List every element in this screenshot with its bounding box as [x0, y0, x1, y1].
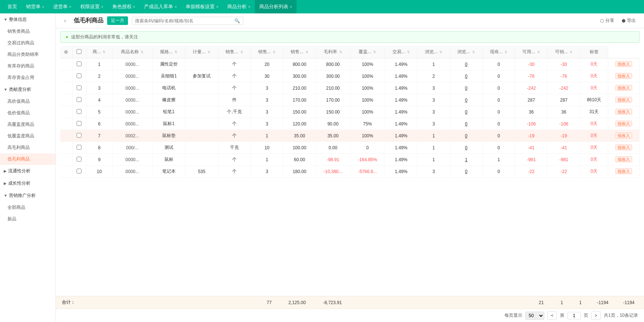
sidebar-group-overall[interactable]: ▼ 整体信息	[0, 13, 55, 26]
sidebar-group-growth[interactable]: ▶ 成长性分析	[0, 177, 55, 189]
column-sellable[interactable]: 可销... ⇅	[548, 46, 580, 58]
column-gross-margin[interactable]: 毛利率 ⇅	[316, 46, 350, 58]
nav-purchase-order[interactable]: 进货单 ×	[49, 0, 76, 13]
column-spec[interactable]: 规格... ⇅	[153, 46, 185, 58]
column-unit[interactable]: 计量... ⇅	[185, 46, 218, 58]
row-checkbox[interactable]	[72, 130, 86, 142]
column-sales-amount[interactable]: 销售... ⇅	[283, 46, 315, 58]
close-icon[interactable]: ×	[133, 5, 135, 9]
row-checkbox[interactable]	[72, 118, 86, 130]
nav-permission[interactable]: 权限设置 ×	[76, 0, 108, 13]
next-page-button[interactable]: ＞	[591, 311, 601, 320]
sidebar-item-low-coverage[interactable]: 低覆盖度商品	[0, 130, 55, 142]
sidebar-item-traded-goods[interactable]: 交易过的商品	[0, 37, 55, 49]
column-current-stock[interactable]: 现有... ⇅	[483, 46, 515, 58]
row-checkbox[interactable]	[72, 106, 86, 118]
sidebar-item-stock-capital[interactable]: 库存资金占用	[0, 72, 55, 83]
export-button[interactable]: ⬢ 导出	[619, 16, 638, 25]
row-views1[interactable]: 0	[450, 166, 482, 178]
sidebar-item-sales-goods[interactable]: 销售类商品	[0, 26, 55, 37]
column-transaction[interactable]: 交易... ⇅	[385, 46, 417, 58]
nav-product-analysis-list[interactable]: 商品分析列表 ×	[255, 0, 297, 13]
footer-sales-amount: -8,723.91	[318, 300, 347, 305]
nav-role-auth[interactable]: 角色授权 ×	[108, 0, 140, 13]
row-sales-qty: 3	[251, 106, 283, 118]
row-views1[interactable]: 0	[450, 82, 482, 94]
row-views1[interactable]: 0	[450, 106, 482, 118]
close-icon[interactable]: ×	[174, 5, 177, 9]
close-icon[interactable]: ×	[101, 5, 103, 9]
row-spec	[185, 130, 218, 142]
sidebar-item-all-goods[interactable]: 全部商品	[0, 202, 55, 213]
close-icon[interactable]: ×	[248, 5, 250, 9]
column-sales-qty[interactable]: 销售... ⇅	[218, 46, 250, 58]
nav-template-settings[interactable]: 单据模板设置 ×	[181, 0, 223, 13]
nav-product-entry[interactable]: 产成品入库单 ×	[140, 0, 181, 13]
sidebar-group-liquidity[interactable]: ▶ 流通性分析	[0, 165, 55, 177]
column-views1[interactable]: 浏览... ⇅	[417, 46, 450, 58]
search-icon[interactable]: 🔍	[234, 18, 240, 23]
column-name[interactable]: 商品名称 ⇅	[112, 46, 153, 58]
row-checkbox[interactable]	[72, 94, 86, 106]
sidebar-group-contribution[interactable]: ▼ 类献度分析	[0, 83, 55, 96]
sidebar-item-low-margin[interactable]: 低毛利商品	[0, 153, 55, 165]
row-views1[interactable]: 1	[450, 154, 482, 166]
product-table: ⚙ 商... ⇅ 商品名称 ⇅ 规格... ⇅ 计量... ⇅ 销售... ⇅ …	[60, 46, 640, 178]
row-current-stock: -22	[515, 166, 547, 178]
row-views2: 1	[483, 154, 515, 166]
nav-sales-order[interactable]: 销货单 ×	[22, 0, 49, 13]
row-views1[interactable]: 0	[450, 70, 482, 82]
column-tag[interactable]: 标签	[580, 46, 608, 58]
row-current-stock: -41	[515, 142, 547, 154]
sidebar-item-high-margin[interactable]: 高毛利商品	[0, 142, 55, 153]
row-checkbox[interactable]	[72, 58, 86, 70]
row-product-code: 0000...	[112, 58, 153, 70]
page-size-select[interactable]: 50 100 200	[525, 312, 544, 320]
prev-page-button[interactable]: ＜	[547, 311, 557, 320]
sidebar-item-high-coverage[interactable]: 高覆盖度商品	[0, 119, 55, 130]
column-available[interactable]: 可用... ⇅	[515, 46, 547, 58]
sidebar-item-category-rate[interactable]: 商品分类助销率	[0, 49, 55, 60]
column-sales-price[interactable]: 销售... ⇅	[251, 46, 283, 58]
search-input[interactable]	[135, 18, 233, 23]
table-row: 7 0002... 鼠标垫 个 1 35.00 35.00 100% 1.49%…	[60, 130, 640, 142]
filter-button[interactable]: 近一月	[107, 16, 128, 25]
close-icon[interactable]: ×	[42, 5, 44, 9]
row-checkbox[interactable]	[72, 154, 86, 166]
row-sellable: 0天	[580, 70, 608, 82]
close-icon[interactable]: ×	[216, 5, 218, 9]
row-views1[interactable]: 0	[450, 118, 482, 130]
row-checkbox[interactable]	[72, 166, 86, 178]
column-views2[interactable]: 浏览... ⇅	[450, 46, 482, 58]
column-code[interactable]: 商... ⇅	[86, 46, 112, 58]
row-checkbox[interactable]	[72, 70, 86, 82]
sidebar-group-marketing[interactable]: ▼ 营销推广分析	[0, 189, 55, 202]
row-views1[interactable]: 0	[450, 142, 482, 154]
row-views1[interactable]: 0	[450, 130, 482, 142]
close-icon[interactable]: ×	[69, 5, 71, 9]
sidebar-item-new-goods[interactable]: 新品	[0, 213, 55, 225]
row-checkbox[interactable]	[72, 82, 86, 94]
sidebar-item-high-value[interactable]: 高价值商品	[0, 96, 55, 107]
column-checkbox[interactable]	[72, 46, 86, 58]
row-sales-qty: 30	[251, 70, 283, 82]
share-button[interactable]: ⬡ 分享	[598, 16, 616, 25]
tag-badge: 低收入	[615, 109, 632, 115]
close-icon[interactable]: ×	[290, 5, 292, 9]
collapse-sidebar-button[interactable]: «	[62, 18, 68, 23]
current-page-input[interactable]	[567, 312, 581, 319]
sidebar-item-stock-goods[interactable]: 有库存的商品	[0, 60, 55, 72]
column-settings[interactable]: ⚙	[60, 46, 72, 58]
nav-home[interactable]: 首页	[3, 0, 22, 13]
nav-product-analysis[interactable]: 商品分析 ×	[223, 0, 255, 13]
row-views1[interactable]: 0	[450, 94, 482, 106]
chevron-right-icon: ▶	[4, 169, 7, 173]
row-sales-amount: 150.00	[316, 106, 350, 118]
row-views1[interactable]: 0	[450, 58, 482, 70]
column-coverage[interactable]: 覆盖... ⇅	[350, 46, 385, 58]
sidebar-item-low-value[interactable]: 低价值商品	[0, 107, 55, 119]
select-all-checkbox[interactable]	[77, 49, 81, 54]
row-available: 287	[548, 94, 580, 106]
row-checkbox[interactable]	[72, 142, 86, 154]
row-name: 电话机	[153, 82, 185, 94]
